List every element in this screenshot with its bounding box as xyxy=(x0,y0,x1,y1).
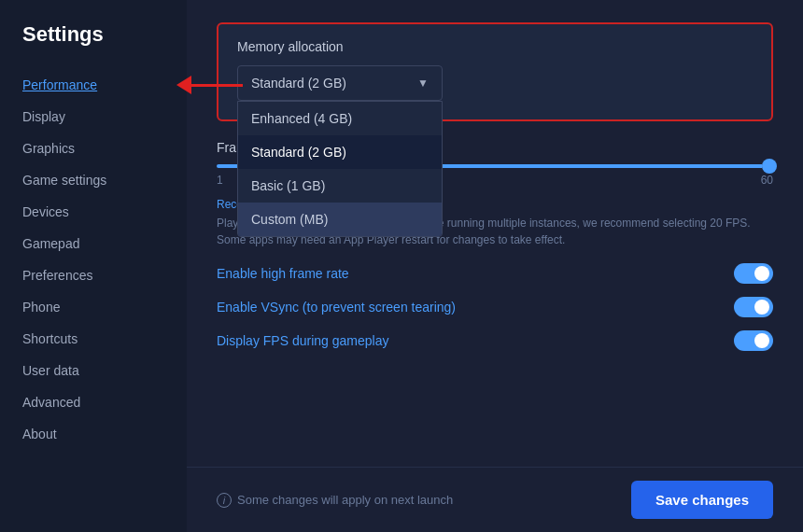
toggle-label: Enable high frame rate xyxy=(217,266,349,281)
sidebar-item-user-data[interactable]: User data xyxy=(0,355,187,386)
memory-dropdown-wrapper: Standard (2 GB) ▼ Enhanced (4 GB)Standar… xyxy=(237,65,753,101)
sidebar-item-preferences[interactable]: Preferences xyxy=(0,259,187,291)
toggle-label: Enable VSync (to prevent screen tearing) xyxy=(217,300,456,315)
bottom-bar: i Some changes will apply on next launch… xyxy=(187,467,803,532)
main-content: Memory allocation Standard (2 GB) ▼ Enha… xyxy=(187,0,803,532)
sidebar-item-advanced[interactable]: Advanced xyxy=(0,386,187,418)
toggle-row: Enable VSync (to prevent screen tearing) xyxy=(217,297,773,317)
arrow-head-icon xyxy=(176,76,191,94)
sidebar-item-shortcuts[interactable]: Shortcuts xyxy=(0,323,187,355)
info-icon: i xyxy=(217,493,232,508)
dropdown-option[interactable]: Custom (MB) xyxy=(238,203,442,236)
dropdown-option[interactable]: Basic (1 GB) xyxy=(238,169,442,203)
sidebar-item-about[interactable]: About xyxy=(0,418,187,450)
arrow-line xyxy=(191,84,243,87)
toggle-switch[interactable] xyxy=(734,297,773,317)
fps-slider-thumb[interactable] xyxy=(762,159,777,174)
sidebar-item-graphics[interactable]: Graphics xyxy=(0,133,187,164)
slider-min-label: 1 xyxy=(217,174,223,187)
toggle-label: Display FPS during gameplay xyxy=(217,333,388,348)
dropdown-selected-value: Standard (2 GB) xyxy=(251,76,346,91)
slider-max-label: 60 xyxy=(761,174,773,187)
toggle-row: Enable high frame rate xyxy=(217,263,773,284)
toggle-switch[interactable] xyxy=(734,263,773,284)
sidebar-item-phone[interactable]: Phone xyxy=(0,291,187,323)
dropdown-option[interactable]: Standard (2 GB) xyxy=(238,135,442,169)
dropdown-option[interactable]: Enhanced (4 GB) xyxy=(238,102,442,135)
app-title: Settings xyxy=(0,22,187,69)
memory-section: Memory allocation Standard (2 GB) ▼ Enha… xyxy=(217,22,773,121)
sidebar-item-display[interactable]: Display xyxy=(0,101,187,133)
memory-section-label: Memory allocation xyxy=(237,39,753,54)
sidebar-item-gamepad[interactable]: Gamepad xyxy=(0,228,187,259)
active-arrow-indicator xyxy=(178,76,243,94)
toggle-switch[interactable] xyxy=(734,330,773,351)
memory-dropdown[interactable]: Standard (2 GB) ▼ xyxy=(237,65,443,101)
toggle-row: Display FPS during gameplay xyxy=(217,330,773,351)
sidebar-item-performance[interactable]: Performance xyxy=(0,69,187,101)
chevron-down-icon: ▼ xyxy=(417,77,429,90)
sidebar: Settings PerformanceDisplayGraphicsGame … xyxy=(0,0,187,532)
footer-info: i Some changes will apply on next launch xyxy=(217,493,453,508)
dropdown-menu: Enhanced (4 GB)Standard (2 GB)Basic (1 G… xyxy=(237,101,443,237)
footer-info-text: Some changes will apply on next launch xyxy=(237,493,453,507)
save-changes-button[interactable]: Save changes xyxy=(631,481,773,519)
sidebar-item-game-settings[interactable]: Game settings xyxy=(0,164,187,196)
sidebar-item-devices[interactable]: Devices xyxy=(0,196,187,228)
